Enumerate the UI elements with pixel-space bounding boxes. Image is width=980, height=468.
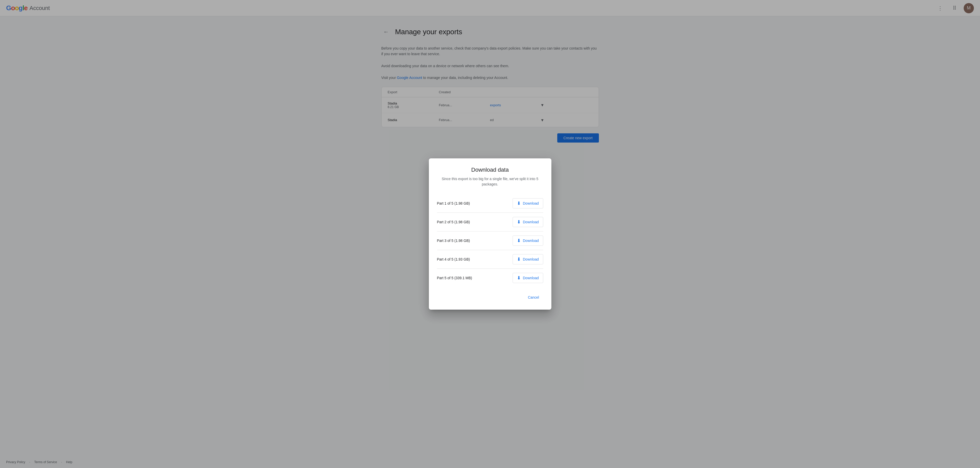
cancel-button[interactable]: Cancel — [524, 293, 543, 302]
download-icon-5: ⬇ — [517, 275, 521, 281]
download-btn-label-3: Download — [523, 239, 539, 243]
download-icon-4: ⬇ — [517, 257, 521, 262]
download-label-3: Part 3 of 5 (1.98 GB) — [437, 239, 470, 243]
download-label-1: Part 1 of 5 (1.98 GB) — [437, 201, 470, 205]
download-icon-3: ⬇ — [517, 238, 521, 243]
download-button-3[interactable]: ⬇ Download — [512, 236, 543, 246]
dialog-overlay: Download data Since this export is too b… — [0, 0, 980, 468]
download-items: Part 1 of 5 (1.98 GB) ⬇ Download Part 2 … — [437, 194, 543, 287]
download-btn-label-5: Download — [523, 276, 539, 280]
dialog-subtitle: Since this export is too big for a singl… — [437, 176, 543, 187]
dialog-title: Download data — [437, 166, 543, 173]
download-dialog: Download data Since this export is too b… — [429, 158, 551, 310]
download-icon-2: ⬇ — [517, 219, 521, 225]
download-item-5: Part 5 of 5 (339.1 MB) ⬇ Download — [437, 269, 543, 287]
download-btn-label-2: Download — [523, 220, 539, 224]
download-button-1[interactable]: ⬇ Download — [512, 198, 543, 208]
download-button-4[interactable]: ⬇ Download — [512, 254, 543, 264]
download-label-5: Part 5 of 5 (339.1 MB) — [437, 276, 472, 280]
download-label-2: Part 2 of 5 (1.98 GB) — [437, 220, 470, 224]
download-item-3: Part 3 of 5 (1.98 GB) ⬇ Download — [437, 232, 543, 250]
download-label-4: Part 4 of 5 (1.93 GB) — [437, 257, 470, 261]
download-item-1: Part 1 of 5 (1.98 GB) ⬇ Download — [437, 194, 543, 213]
download-btn-label-4: Download — [523, 257, 539, 261]
download-button-5[interactable]: ⬇ Download — [512, 273, 543, 283]
download-icon-1: ⬇ — [517, 201, 521, 206]
dialog-footer: Cancel — [437, 293, 543, 302]
download-item-2: Part 2 of 5 (1.98 GB) ⬇ Download — [437, 213, 543, 232]
download-btn-label-1: Download — [523, 201, 539, 205]
download-item-4: Part 4 of 5 (1.93 GB) ⬇ Download — [437, 250, 543, 269]
download-button-2[interactable]: ⬇ Download — [512, 217, 543, 227]
